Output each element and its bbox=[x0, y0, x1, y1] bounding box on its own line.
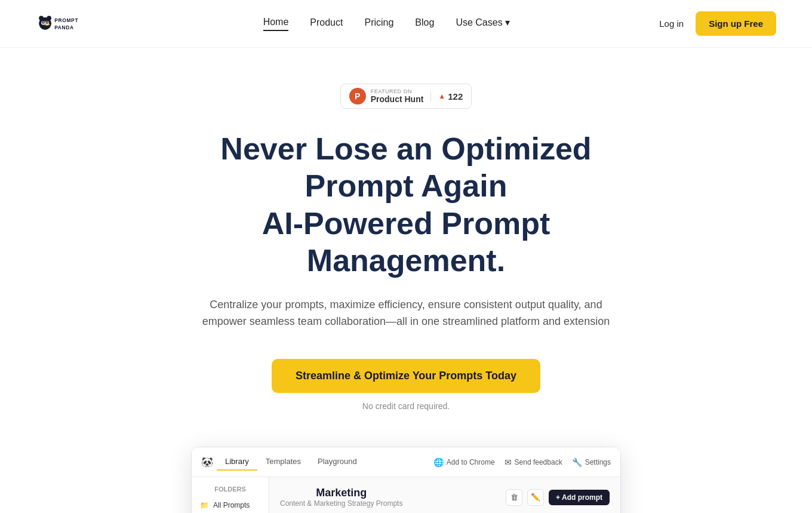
nav-actions: Log in Sign up Free bbox=[659, 11, 776, 36]
folder-actions: 🗑 ✏️ + Add prompt bbox=[506, 489, 610, 506]
hero-title: Never Lose an Optimized Prompt Again AI-… bbox=[167, 130, 645, 279]
add-prompt-button[interactable]: + Add prompt bbox=[549, 490, 610, 505]
trash-icon-button[interactable]: 🗑 bbox=[506, 489, 522, 506]
ph-name-label: Product Hunt bbox=[371, 94, 424, 104]
svg-text:PANDA: PANDA bbox=[54, 24, 74, 30]
chevron-down-icon: ▾ bbox=[505, 17, 510, 28]
tab-playground[interactable]: Playground bbox=[309, 453, 365, 471]
ph-score: ▲ 122 bbox=[430, 91, 463, 102]
add-chrome-button[interactable]: 🌐 Add to Chrome bbox=[433, 457, 495, 467]
svg-point-8 bbox=[47, 22, 48, 23]
nav-product[interactable]: Product bbox=[310, 17, 343, 30]
app-logo-icon: 🐼 bbox=[201, 453, 213, 471]
nav-pricing[interactable]: Pricing bbox=[364, 17, 393, 30]
nav-links: Home Product Pricing Blog Use Cases ▾ bbox=[263, 17, 510, 31]
settings-button[interactable]: 🔧 Settings bbox=[572, 457, 611, 467]
folder-info: Marketing Content & Marketing Strategy P… bbox=[280, 487, 402, 508]
tab-library[interactable]: Library bbox=[217, 453, 257, 471]
app-tabs: 🐼 Library Templates Playground bbox=[201, 453, 365, 471]
app-preview: 🐼 Library Templates Playground 🌐 Add to … bbox=[191, 447, 621, 513]
app-body: Folders 📁 All Prompts 📁 Marketing 📁 Sale… bbox=[192, 477, 620, 513]
folder-icon: 📁 bbox=[200, 501, 209, 509]
svg-text:PROMPT: PROMPT bbox=[54, 17, 78, 23]
svg-point-9 bbox=[44, 24, 46, 26]
app-topbar-actions: 🌐 Add to Chrome ✉ Send feedback 🔧 Settin… bbox=[433, 457, 611, 467]
sidebar-folders-label: Folders bbox=[192, 486, 269, 497]
product-hunt-badge[interactable]: P FEATURED ON Product Hunt ▲ 122 bbox=[340, 84, 472, 109]
svg-point-7 bbox=[42, 22, 44, 23]
hero-subtitle: Centralize your prompts, maximize effici… bbox=[197, 296, 615, 331]
folder-subtitle: Content & Marketing Strategy Prompts bbox=[280, 499, 402, 508]
navbar: PROMPT PANDA Home Product Pricing Blog U… bbox=[0, 0, 812, 48]
chrome-icon: 🌐 bbox=[433, 457, 444, 467]
mail-icon: ✉ bbox=[505, 457, 512, 467]
login-button[interactable]: Log in bbox=[659, 19, 684, 29]
ph-score-number: 122 bbox=[448, 91, 463, 102]
settings-icon: 🔧 bbox=[572, 457, 582, 467]
feedback-button[interactable]: ✉ Send feedback bbox=[505, 457, 562, 467]
product-hunt-text: FEATURED ON Product Hunt bbox=[371, 88, 424, 104]
app-topbar: 🐼 Library Templates Playground 🌐 Add to … bbox=[192, 447, 620, 477]
app-sidebar: Folders 📁 All Prompts 📁 Marketing 📁 Sale… bbox=[192, 477, 269, 513]
ph-featured-label: FEATURED ON bbox=[371, 88, 412, 94]
logo[interactable]: PROMPT PANDA bbox=[36, 12, 113, 35]
app-main-content: Marketing Content & Marketing Strategy P… bbox=[269, 477, 620, 513]
svg-point-1 bbox=[39, 16, 44, 21]
signup-button[interactable]: Sign up Free bbox=[696, 11, 776, 36]
product-hunt-icon: P bbox=[349, 88, 366, 105]
nav-blog[interactable]: Blog bbox=[415, 17, 434, 30]
nav-home[interactable]: Home bbox=[263, 17, 289, 31]
sidebar-item-all[interactable]: 📁 All Prompts bbox=[192, 497, 269, 513]
folder-header: Marketing Content & Marketing Strategy P… bbox=[280, 487, 610, 508]
tab-templates[interactable]: Templates bbox=[257, 453, 309, 471]
cta-button[interactable]: Streamline & Optimize Your Prompts Today bbox=[272, 359, 540, 393]
hero-section: P FEATURED ON Product Hunt ▲ 122 Never L… bbox=[0, 48, 812, 513]
ph-arrow-icon: ▲ bbox=[438, 92, 445, 100]
folder-title: Marketing bbox=[280, 487, 402, 499]
no-credit-text: No credit card required. bbox=[362, 401, 450, 411]
edit-icon-button[interactable]: ✏️ bbox=[527, 489, 544, 506]
svg-point-2 bbox=[47, 16, 51, 21]
nav-use-cases[interactable]: Use Cases ▾ bbox=[456, 17, 509, 30]
